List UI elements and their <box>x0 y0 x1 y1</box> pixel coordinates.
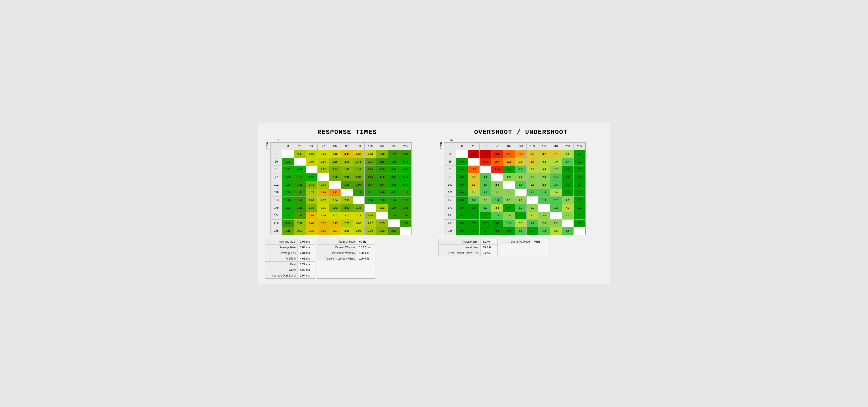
heat-cell: 3.56 <box>318 227 329 235</box>
heat-cell: 0.0 <box>574 212 585 219</box>
os-matrix-with-from: From 0265177102128153179204230255089.861… <box>438 142 603 235</box>
heat-cell: 3.01 <box>341 227 353 235</box>
heat-cell: 3.07 <box>329 212 341 219</box>
col-header <box>271 143 282 150</box>
heat-cell: 39.6 <box>491 150 503 158</box>
row-header: 77 <box>444 173 456 181</box>
heat-cell <box>294 158 306 165</box>
heat-cell: 0.96 <box>388 165 400 173</box>
row-header: 255 <box>271 227 282 235</box>
col-header: 128 <box>341 143 353 150</box>
heat-cell: 1.29 <box>353 189 365 196</box>
row-header: 153 <box>271 196 282 204</box>
heat-cell: 1.68 <box>376 158 388 165</box>
heat-cell: 0.0 <box>456 196 468 204</box>
heat-cell: 0.0 <box>456 158 468 165</box>
heat-cell: 2.68 <box>294 150 306 158</box>
heat-cell: 2.5 <box>527 181 538 189</box>
col-header: 26 <box>294 143 306 150</box>
table-row: 2550.00.00.00.00.01.80.01.93.51.5 <box>444 227 585 235</box>
heat-cell: 1.98 <box>365 165 376 173</box>
heat-cell: 2.72 <box>376 204 388 212</box>
heat-cell: 4.6 <box>562 150 574 158</box>
heat-cell: 2.55 <box>376 219 388 227</box>
rt-matrix-wrapper: 026517710212815317920423025502.682.933.0… <box>270 142 412 235</box>
heat-cell: 1.56 <box>400 212 412 219</box>
col-header: 153 <box>527 143 538 150</box>
heat-cell: 2.63 <box>341 158 353 165</box>
table-row: 2552.192.623.363.563.373.012.932.702.422… <box>271 227 412 235</box>
stats-row: Average Dark Level1.94 ms <box>265 273 315 278</box>
heat-cell: 1.05 <box>388 158 400 165</box>
heat-cell: 2.2 <box>550 219 562 227</box>
heat-cell: 1.84 <box>365 173 376 181</box>
heat-cell: 0.0 <box>574 165 585 173</box>
heat-cell: 1.9 <box>538 227 550 235</box>
row-header: 102 <box>271 181 282 189</box>
heat-cell <box>456 150 468 158</box>
heat-cell: 0.52 <box>282 204 294 212</box>
heat-cell: 61.0 <box>480 150 491 158</box>
heat-cell: 3.12 <box>353 212 365 219</box>
heat-cell: 0.0 <box>574 219 585 227</box>
heat-cell <box>574 227 585 235</box>
heat-cell: 2.69 <box>341 196 353 204</box>
heat-cell: 1.4 <box>491 196 503 204</box>
heat-cell: 3.9 <box>550 158 562 165</box>
heat-cell <box>527 196 538 204</box>
table-row: 1790.00.01.23.30.01.72.01.24.30.0 <box>444 204 585 212</box>
table-row: 089.861.039.625.312.09.08.77.14.60.0 <box>444 150 585 158</box>
heat-cell: 1.12 <box>388 196 400 204</box>
stats-value: 100.0 % <box>357 256 375 261</box>
heat-cell: 1.96 <box>294 212 306 219</box>
col-header: 255 <box>574 143 585 150</box>
heat-cell: 2.13 <box>365 158 376 165</box>
heat-cell: 2.19 <box>282 227 294 235</box>
overshoot-panel: OVERSHOOT / UNDERSHOOT To From 026517710… <box>438 129 603 279</box>
heat-cell: 0.98 <box>282 158 294 165</box>
heat-cell: 2.38 <box>353 165 365 173</box>
row-header: 26 <box>271 158 282 165</box>
stats-row: Worst Error89.8 % <box>439 245 498 250</box>
heat-cell: 1.5 <box>480 189 491 196</box>
col-header: 26 <box>468 143 480 150</box>
heat-cell: 2.42 <box>376 227 388 235</box>
heat-cell: 0.0 <box>456 204 468 212</box>
heat-cell: 2.93 <box>353 227 365 235</box>
heat-cell: 2.34 <box>353 204 365 212</box>
heat-cell: 9.0 <box>527 150 538 158</box>
heat-cell: 1.7 <box>515 204 527 212</box>
row-header: 230 <box>271 219 282 227</box>
rt-from-label: From <box>266 142 269 149</box>
heat-cell: 27.8 <box>468 165 480 173</box>
heat-cell: 2.68 <box>306 196 318 204</box>
heat-cell: 2.3 <box>527 173 538 181</box>
heat-cell: 2.22 <box>341 204 353 212</box>
heat-cell <box>341 189 353 196</box>
heat-cell: 1.47 <box>294 204 306 212</box>
col-header <box>444 143 456 150</box>
heat-cell: 2.39 <box>306 204 318 212</box>
stats-value: 1.94 ms <box>298 273 315 278</box>
heat-cell: 2.85 <box>318 158 329 165</box>
table-row: 1280.03.41.52.12.11.41.53.80.00.0 <box>444 189 585 196</box>
stats-label: Average Fall <box>265 250 298 256</box>
main-container: RESPONSE TIMES To From 02651771021281531… <box>258 123 610 284</box>
heat-cell: 7.1 <box>550 150 562 158</box>
heat-cell: 25.3 <box>503 150 515 158</box>
heat-cell <box>468 158 480 165</box>
heat-cell: 1.4 <box>562 158 574 165</box>
heat-cell: 3.5 <box>515 219 527 227</box>
heat-cell: 3.43 <box>306 219 318 227</box>
heat-cell: 89.8 <box>468 150 480 158</box>
heat-cell: 1.4 <box>527 189 538 196</box>
stats-row: Refresh Rate60 Hz <box>317 239 375 245</box>
heat-cell: 0.0 <box>574 196 585 204</box>
heat-cell: 0.0 <box>456 173 468 181</box>
heat-cell: 0.0 <box>515 212 527 219</box>
heat-cell: 1.7 <box>527 219 538 227</box>
heat-cell: 54.3 <box>480 158 491 165</box>
heat-cell: 1.26 <box>400 189 412 196</box>
heat-cell: 0.81 <box>282 165 294 173</box>
heat-cell: 1.49 <box>376 165 388 173</box>
